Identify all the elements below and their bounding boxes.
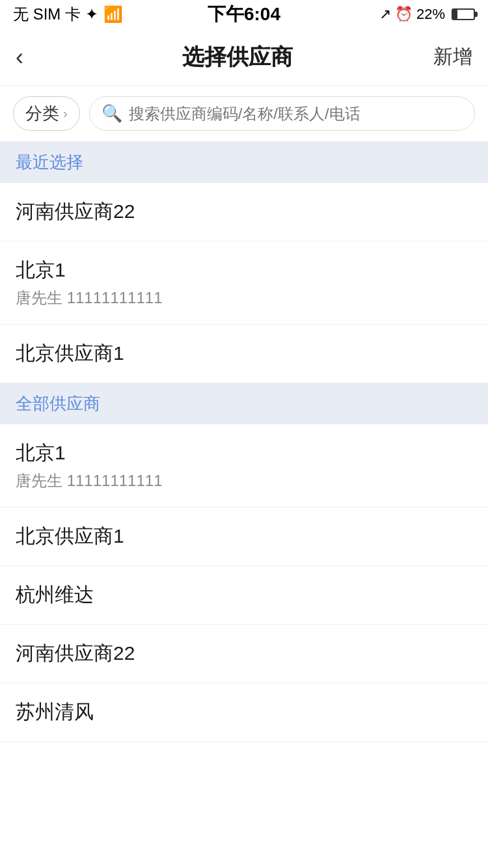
item-name: 河南供应商22 xyxy=(16,640,472,667)
search-box[interactable]: 🔍 xyxy=(89,96,475,131)
back-button[interactable]: ‹ xyxy=(16,44,55,71)
status-bar: 无 SIM 卡 ✦ 📶 下午6:04 ↗ ⏰ 22% xyxy=(0,0,488,29)
recent-list-item[interactable]: 北京供应商1 xyxy=(0,325,488,383)
item-sub: 唐先生 11111111111 xyxy=(16,288,472,308)
all-list-item[interactable]: 苏州清风 xyxy=(0,683,488,742)
item-name: 北京1 xyxy=(16,440,472,467)
all-list-item[interactable]: 北京1唐先生 11111111111 xyxy=(0,424,488,508)
recent-list-item[interactable]: 河南供应商22 xyxy=(0,183,488,241)
all-list: 北京1唐先生 11111111111北京供应商1杭州维达河南供应商22苏州清风 xyxy=(0,424,488,742)
all-section-header: 全部供应商 xyxy=(0,383,488,424)
category-label: 分类 xyxy=(25,102,59,125)
filter-bar: 分类 › 🔍 xyxy=(0,86,488,142)
all-list-item[interactable]: 杭州维达 xyxy=(0,566,488,625)
wifi-icon: 📶 xyxy=(103,5,123,23)
battery-percent: 22% xyxy=(416,6,445,23)
item-name: 苏州清风 xyxy=(16,699,472,726)
page-title: 选择供应商 xyxy=(182,42,293,72)
item-name: 杭州维达 xyxy=(16,582,472,608)
chevron-right-icon: › xyxy=(63,106,68,121)
status-left: 无 SIM 卡 ✦ 📶 xyxy=(13,4,123,25)
category-button[interactable]: 分类 › xyxy=(13,96,80,131)
status-time: 下午6:04 xyxy=(208,2,280,27)
item-name: 北京1 xyxy=(16,257,472,284)
alarm-icon: ⏰ xyxy=(395,6,413,23)
all-list-item[interactable]: 北京供应商1 xyxy=(0,508,488,566)
item-name: 北京供应商1 xyxy=(16,340,472,367)
all-list-item[interactable]: 河南供应商22 xyxy=(0,625,488,683)
item-name: 北京供应商1 xyxy=(16,523,472,550)
nav-bar: ‹ 选择供应商 新增 xyxy=(0,29,488,86)
search-icon: 🔍 xyxy=(102,103,122,124)
item-sub: 唐先生 11111111111 xyxy=(16,470,472,491)
battery-icon xyxy=(452,8,475,20)
search-input[interactable] xyxy=(129,105,463,123)
recent-section-header: 最近选择 xyxy=(0,142,488,183)
new-action-button[interactable]: 新增 xyxy=(420,44,472,70)
status-right: ↗ ⏰ 22% xyxy=(379,6,475,23)
recent-list-item[interactable]: 北京1唐先生 11111111111 xyxy=(0,241,488,325)
item-name: 河南供应商22 xyxy=(16,198,472,225)
location-icon: ↗ xyxy=(379,6,391,23)
sim-status: 无 SIM 卡 ✦ xyxy=(13,4,98,25)
recent-list: 河南供应商22北京1唐先生 11111111111北京供应商1 xyxy=(0,183,488,383)
